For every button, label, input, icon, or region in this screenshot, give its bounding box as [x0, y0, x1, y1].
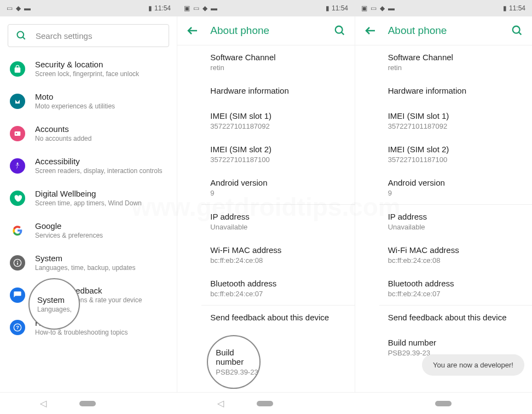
back-button[interactable]: [186, 24, 199, 37]
setting-item-digital-wellbeing[interactable]: Digital Wellbeing Screen time, app timer…: [0, 182, 177, 214]
about-item-imei-sim-slot-2-[interactable]: IMEI (SIM slot 2) 357227101187100: [388, 137, 523, 171]
about-value: 357227101187100: [210, 156, 345, 164]
about-value: 357227101187092: [210, 122, 345, 130]
svg-point-14: [513, 26, 520, 33]
message-icon: ▬: [211, 4, 217, 12]
help-icon: ?: [10, 320, 25, 335]
shield-icon: ◆: [380, 4, 385, 12]
setting-title: Digital Wellbeing: [35, 189, 167, 198]
status-bar-3: ▣ ▭ ◆ ▬ ▮ 11:54: [355, 0, 532, 16]
about-item-ip-address[interactable]: IP address Unavailable: [388, 205, 523, 238]
about-value: retin: [388, 64, 523, 72]
about-title: Software Channel: [210, 53, 345, 62]
search-input[interactable]: Search settings: [8, 24, 169, 47]
about-item-android-version[interactable]: Android version 9: [210, 171, 345, 204]
about-item-wi-fi-mac-address[interactable]: Wi-Fi MAC address bc:ff:eb:24:ce:08: [210, 238, 345, 272]
nav-home-button[interactable]: [435, 401, 452, 406]
clock-text: 11:54: [154, 4, 171, 12]
build-highlight-circle: Build number PSB29.39-23: [207, 335, 261, 389]
setting-title: Security & location: [35, 60, 167, 69]
about-title: Wi-Fi MAC address: [388, 245, 523, 255]
about-value: bc:ff:eb:24:ce:07: [388, 290, 523, 298]
about-item-android-version[interactable]: Android version 9: [388, 171, 523, 204]
settings-panel: Search settings Security & location Scre…: [0, 16, 177, 392]
about-title: Send feedback about this device: [388, 313, 523, 322]
about-value: retin: [210, 64, 345, 72]
svg-point-4: [17, 163, 19, 164]
about-title: Build number: [388, 338, 523, 347]
setting-sub: How-to & troubleshooting topics: [35, 329, 167, 336]
info-icon: [10, 255, 25, 271]
shield-icon: ◆: [16, 4, 21, 12]
about-item-wi-fi-mac-address[interactable]: Wi-Fi MAC address bc:ff:eb:24:ce:08: [388, 238, 523, 272]
clock-text: 11:54: [509, 4, 525, 12]
about-value: bc:ff:eb:24:ce:07: [210, 290, 345, 298]
setting-sub: Languages, time, backup, updates: [35, 264, 167, 272]
nav-home-button[interactable]: [257, 401, 273, 406]
nav-back-button[interactable]: ◁: [217, 398, 224, 409]
lock-icon: [10, 61, 25, 77]
svg-line-1: [23, 37, 25, 39]
setting-sub: Screen lock, fingerprint, face unlock: [35, 70, 167, 78]
about-title: IP address: [388, 212, 523, 221]
highlight-title: System: [37, 295, 79, 304]
setting-item-system[interactable]: System Languages, time, backup, updates: [0, 246, 177, 279]
setting-item-help[interactable]: ? Help How-to & troubleshooting topics: [0, 311, 177, 343]
system-highlight-circle: System Languages,: [28, 278, 80, 330]
setting-title: System: [35, 254, 167, 263]
svg-point-11: [335, 26, 342, 33]
svg-line-12: [341, 32, 344, 35]
about-item-hardware-information[interactable]: Hardware information: [210, 79, 345, 104]
setting-item-security-location[interactable]: Security & location Screen lock, fingerp…: [0, 53, 177, 85]
nav-back-button[interactable]: ◁: [40, 398, 47, 409]
setting-item-accounts[interactable]: Accounts No accounts added: [0, 117, 177, 150]
developer-toast: You are now a developer!: [422, 354, 524, 376]
svg-line-15: [519, 32, 522, 35]
card-icon: ▭: [371, 4, 377, 12]
about-title: Android version: [388, 178, 523, 187]
about-value: 357227101187100: [388, 156, 523, 164]
setting-item-rating-feedback[interactable]: Rating & feedback Send suggestions & rat…: [0, 279, 177, 311]
about-item-bluetooth-address[interactable]: Bluetooth address bc:ff:eb:24:ce:07: [210, 272, 345, 305]
setting-item-google[interactable]: Google Services & preferences: [0, 214, 177, 246]
status-bars: ▭ ◆ ▬ ▮ 11:54 ▣ ▭ ◆ ▬ ▮ 11:54 ▣ ▭ ◆ ▬ ▮ …: [0, 0, 532, 16]
search-button[interactable]: [334, 25, 346, 37]
search-button[interactable]: [511, 25, 523, 37]
about-title: Hardware information: [210, 86, 345, 95]
about-title: IMEI (SIM slot 1): [210, 111, 345, 120]
about-value: 9: [210, 189, 345, 197]
about-item-imei-sim-slot-1-[interactable]: IMEI (SIM slot 1) 357227101187092: [388, 104, 523, 137]
about-item-send-feedback-about-this-device[interactable]: Send feedback about this device: [388, 306, 523, 331]
about-item-ip-address[interactable]: IP address Unavailable: [210, 205, 345, 238]
setting-sub: Screen time, app timers, Wind Down: [35, 199, 167, 207]
search-icon: [16, 30, 27, 41]
nav-home-button[interactable]: [79, 401, 96, 406]
about-item-send-feedback-about-this-device[interactable]: Send feedback about this device: [210, 306, 345, 331]
clock-text: 11:54: [332, 4, 348, 12]
highlight-title: Build number: [216, 348, 259, 366]
setting-sub: Screen readers, display, interaction con…: [35, 167, 167, 175]
about-title: Bluetooth address: [210, 279, 345, 288]
setting-item-moto[interactable]: Moto Moto experiences & utilities: [0, 85, 177, 117]
shield-icon: ◆: [203, 4, 207, 12]
setting-sub: No accounts added: [35, 135, 167, 142]
about-item-imei-sim-slot-1-[interactable]: IMEI (SIM slot 1) 357227101187092: [210, 104, 345, 137]
setting-sub: Services & preferences: [35, 232, 167, 239]
about-title: Software Channel: [388, 53, 523, 62]
about-title: Hardware information: [388, 86, 523, 95]
page-title: About phone: [210, 25, 322, 37]
about-item-hardware-information[interactable]: Hardware information: [388, 79, 523, 104]
status-bar-2: ▣ ▭ ◆ ▬ ▮ 11:54: [177, 0, 355, 16]
about-value: 357227101187092: [388, 122, 523, 130]
svg-point-3: [16, 133, 18, 134]
moto-icon: [10, 94, 25, 109]
about-item-software-channel[interactable]: Software Channel retin: [210, 45, 345, 79]
setting-item-accessibility[interactable]: Accessibility Screen readers, display, i…: [0, 150, 177, 182]
card-icon: ▭: [7, 4, 13, 12]
back-button[interactable]: [364, 24, 377, 37]
about-item-software-channel[interactable]: Software Channel retin: [388, 45, 523, 79]
setting-sub: Moto experiences & utilities: [35, 102, 167, 110]
about-item-imei-sim-slot-2-[interactable]: IMEI (SIM slot 2) 357227101187100: [210, 137, 345, 171]
about-title: IMEI (SIM slot 2): [210, 145, 345, 154]
about-item-bluetooth-address[interactable]: Bluetooth address bc:ff:eb:24:ce:07: [388, 272, 523, 305]
